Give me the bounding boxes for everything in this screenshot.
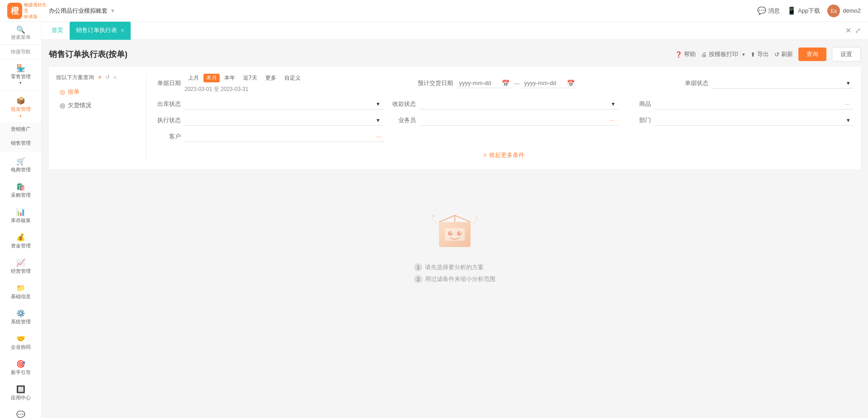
sidebar-nav-btn[interactable]: 快捷导航 (0, 45, 41, 59)
date-tab-本月[interactable]: 本月 (203, 74, 220, 82)
print-main-btn[interactable]: 🖨 按模板打印 (701, 50, 740, 58)
top-bar: 橙 畅捷通好生意标准版 办公用品行业模拟账套 ▾ 💬 消息 📱 App下载 Ea… (0, 0, 868, 22)
salesperson-more-icon: ··· (610, 117, 615, 124)
sidebar-item-purchase[interactable]: 🛍️ 采购管理 (0, 178, 41, 203)
sidebar-item-marketing[interactable]: 营销推广 (0, 122, 41, 136)
sidebar-item-operations[interactable]: 📈 经营管理 (0, 254, 41, 279)
date-tab-本年[interactable]: 本年 (221, 73, 239, 83)
maximize-window-btn[interactable]: ⤢ (855, 26, 861, 35)
expected-delivery-start-input[interactable] (459, 80, 500, 86)
sidebar-item-finance[interactable]: 💰 资金管理 (0, 228, 41, 254)
basic-icon: 📁 (16, 284, 25, 292)
expected-delivery-end[interactable]: 📅 (522, 79, 577, 88)
execution-status-select[interactable]: ▾ (184, 115, 383, 126)
app-title-dropdown-icon[interactable]: ▾ (111, 7, 114, 14)
add-scheme-btn[interactable]: + (98, 73, 102, 81)
outbound-status-field: 出库状态 ▾ (154, 99, 383, 109)
user-menu-btn[interactable]: Ea demo2 (827, 5, 861, 17)
date-tab-自定义[interactable]: 自定义 (281, 73, 304, 83)
scheme-panel-title: 按以下方案查询 + ↺ « (56, 73, 141, 81)
order-status-select[interactable]: ▾ (712, 78, 854, 89)
date-tab-近7天[interactable]: 近7天 (240, 73, 261, 83)
outbound-dropdown-icon: ▾ (377, 100, 380, 107)
print-icon: 🖨 (701, 51, 707, 58)
collapse-conditions-btn[interactable]: ∧ 收起更多条件 (154, 147, 854, 163)
settings-btn[interactable]: 设置 (832, 47, 861, 62)
receipt-dropdown-icon: ▾ (612, 100, 615, 107)
svg-text:✦: ✦ (434, 209, 437, 211)
sidebar-item-enterprise[interactable]: 🤝 企业协同 (0, 330, 41, 355)
query-btn[interactable]: 查询 (798, 48, 826, 61)
customer-select[interactable]: ··· (184, 131, 385, 142)
expected-delivery-start[interactable]: 📅 (457, 79, 512, 88)
expected-delivery-end-input[interactable] (524, 80, 565, 86)
newbie-icon: 🎯 (16, 360, 25, 368)
refresh-scheme-btn[interactable]: ↺ (105, 74, 110, 81)
message-icon: 💬 (757, 6, 766, 15)
print-btn[interactable]: 🖨 按模板打印 ▾ (701, 50, 745, 58)
svg-point-3 (457, 231, 462, 236)
outbound-status-select[interactable]: ▾ (184, 99, 383, 109)
customer-label: 客户 (154, 133, 181, 141)
user-avatar: Ea (827, 5, 840, 17)
receipt-status-select[interactable]: ▾ (420, 99, 618, 109)
filter-row-2: 出库状态 ▾ 收款状态 (154, 99, 854, 109)
filter-panel: 按以下方案查询 + ↺ « ◎ 按单 ◎ 欠货情况 (56, 73, 854, 163)
content-area: 首页 销售订单执行表 × ✕ ⤢ 销售订单执行表(按单) (42, 22, 868, 418)
sidebar-item-wholesale[interactable]: 📦 批发管理 ▴ (0, 92, 41, 122)
date-tab-更多[interactable]: 更多 (262, 73, 280, 83)
scheme-item-欠货情况[interactable]: ◎ 欠货情况 (56, 99, 141, 112)
sidebar-item-ecommerce[interactable]: 🛒 电商管理 (0, 152, 41, 178)
message-btn[interactable]: 💬 消息 (757, 6, 780, 15)
receipt-status-field: 收款状态 ▾ (389, 99, 618, 109)
app-download-btn[interactable]: 📱 App下载 (787, 6, 820, 15)
close-window-btn[interactable]: ✕ (845, 26, 851, 35)
help-btn[interactable]: ❓ 帮助 (675, 50, 696, 58)
svg-point-5 (459, 232, 461, 233)
sidebar-item-basic[interactable]: 📁 基础信息 (0, 279, 41, 304)
salesperson-select[interactable]: ··· (420, 115, 618, 126)
order-status-field: 单据状态 ▾ (681, 78, 854, 89)
sidebar-item-wechat[interactable]: 💬 企业微信 (0, 406, 41, 418)
order-status-dropdown-icon: ▾ (847, 80, 850, 86)
tab-sales-order[interactable]: 销售订单执行表 × (70, 22, 131, 40)
export-btn[interactable]: ⬆ 导出 (750, 50, 769, 58)
sidebar: 🔍 搜索菜单 快捷导航 🏪 零售管理 ▾ 📦 批发管理 ▴ 营销推广 (0, 22, 42, 418)
date-tab-上月[interactable]: 上月 (184, 73, 203, 83)
sidebar-item-inventory[interactable]: 📊 库存核算 (0, 203, 41, 228)
refresh-btn[interactable]: ↺ 刷新 (774, 50, 793, 58)
svg-text:✦: ✦ (431, 214, 435, 218)
wechat-icon: 💬 (16, 410, 25, 418)
product-select[interactable]: ··· (655, 99, 854, 109)
print-dropdown-btn[interactable]: ▾ (740, 52, 745, 57)
scheme-item-按单[interactable]: ◎ 按单 (56, 85, 141, 99)
refresh-icon: ↺ (774, 51, 779, 58)
finance-icon: 💰 (16, 233, 25, 242)
filter-row-4: 客户 ··· (154, 131, 854, 142)
purchase-icon: 🛍️ (16, 182, 25, 191)
sidebar-item-sales[interactable]: 销售管理 (0, 136, 41, 150)
calendar-end-icon[interactable]: 📅 (567, 80, 575, 87)
tab-home[interactable]: 首页 (45, 22, 70, 40)
collapse-panel-btn[interactable]: « (113, 74, 117, 81)
page-actions: ❓ 帮助 🖨 按模板打印 ▾ ⬆ 导出 (675, 47, 861, 62)
customer-more-icon: ··· (376, 133, 381, 140)
logo-area: 橙 畅捷通好生意标准版 (7, 2, 49, 19)
user-name: demo2 (843, 7, 861, 14)
filter-row-3: 执行状态 ▾ 业务员 (154, 115, 854, 126)
svg-point-2 (448, 231, 453, 236)
department-label: 部门 (624, 116, 651, 124)
sidebar-item-newbie[interactable]: 🎯 新手引导 (0, 355, 41, 380)
department-field: 部门 ▾ (624, 115, 854, 126)
department-select[interactable]: ▾ (655, 115, 854, 126)
sidebar-item-system[interactable]: ⚙️ 系统管理 (0, 304, 41, 330)
empty-tip-2: 2 用过滤条件来缩小分析范围 (414, 275, 495, 283)
tab-close-btn[interactable]: × (121, 27, 124, 34)
expected-delivery-field: 预计交货日期 📅 — (418, 79, 676, 88)
sidebar-item-appstore[interactable]: 🔲 应用中心 (0, 380, 41, 406)
receipt-status-label: 收款状态 (389, 100, 416, 108)
calendar-start-icon[interactable]: 📅 (502, 80, 509, 87)
salesperson-label: 业务员 (389, 116, 416, 124)
sidebar-search[interactable]: 🔍 搜索菜单 (0, 22, 41, 45)
sidebar-item-zero-retail[interactable]: 🏪 零售管理 ▾ (0, 59, 41, 90)
